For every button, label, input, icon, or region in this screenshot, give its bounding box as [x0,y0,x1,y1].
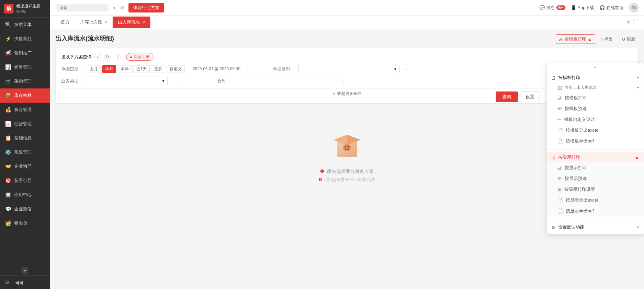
date-btn-last-month[interactable]: 上月 [87,65,101,73]
date-btn-custom[interactable]: 自定义 [167,65,185,73]
tab-home[interactable]: 首页 [55,16,75,28]
business-type-select[interactable]: ▾ [87,77,168,85]
tab-maximize-icon[interactable]: ⛶ [633,19,639,25]
cooperation-icon: 🤝 [5,163,11,170]
dropdown-item-template-print[interactable]: 🖨 按模板打印 [547,93,644,103]
search-dropdown-icon[interactable]: ▾ [113,5,116,10]
settings-button[interactable]: 设置 [521,91,539,102]
tab-close-all-icon[interactable]: ✕ [626,19,631,25]
sidebar-logo: 畅 畅捷通好生意 标准版 [0,0,50,18]
dropdown-item-display-print[interactable]: 🖨 按显示打印 [547,162,644,173]
tab-flow-close[interactable]: × [143,20,145,25]
app-download-button[interactable]: 📱 App下载 [571,5,594,11]
print-dropdown-chevron[interactable]: ▲ [588,37,592,42]
filter-tag-icon: ● [130,55,132,59]
system-icon: ⚙️ [5,149,11,156]
message-icon: 💬 [539,5,545,10]
sidebar-item-enterprise-wechat[interactable]: 💬 企业微信 [0,202,50,216]
date-buttons: 上月 本月 本年 近7天 更多 自定义 [87,65,185,73]
sidebar-scroll-down[interactable]: ▼ [22,267,28,274]
filter-tag-flow-detail[interactable]: ● 流水明细 [126,53,153,61]
default-section-arrow: ▾ [637,225,639,230]
sidebar-item-inventory[interactable]: 📦 库存核算 [0,88,50,103]
refresh-button[interactable]: ↺ 刷新 [619,34,639,44]
topbar-right: 💬 消息 99+ 📱 App下载 🎧 在线客服 Rit [539,3,639,12]
sidebar-item-basic[interactable]: 📋 基础信息 [0,131,50,145]
quick-nav-icon: ⚡ [5,35,11,42]
dropdown-item-template-preview[interactable]: 👁 按模板预览 [547,103,644,114]
template-section-arrow: ▾ [637,75,639,80]
template-pdf-icon: 📄 [557,138,563,144]
tab-batch-account-close[interactable]: × [105,19,108,24]
sidebar-item-quick-nav[interactable]: ⚡ 快捷导航 [0,32,50,46]
phone-icon: 📱 [571,5,576,10]
sidebar-item-system[interactable]: ⚙️ 系统管理 [0,145,50,159]
query-button[interactable]: 查询 [496,91,518,102]
filter-collapse-button[interactable]: 《 [115,54,119,60]
app-logo-text: 畅捷通好生意 标准版 [16,3,40,14]
settings-bottom-icon[interactable]: ⚙ [5,279,9,286]
warehouse-select[interactable]: ··· [243,77,344,85]
dropdown-template-header[interactable]: 🖨 按模板打印 ▾ [547,73,644,83]
date-btn-this-month[interactable]: 本月 [102,65,116,73]
sidebar-item-cooperation[interactable]: 🤝 企业协同 [0,159,50,174]
bill-type-more[interactable]: ··· [405,67,409,72]
search-icon: 🔍 [5,21,11,28]
dropdown-item-display-preview[interactable]: 👁 按显示预览 [547,173,644,184]
svg-point-5 [348,146,349,148]
dropdown-display-section: 🖨 按显示打印 ▲ 🖨 按显示打印 👁 按显示预览 ⚙ [547,150,644,218]
sales-icon: 📊 [5,64,11,71]
search-input[interactable] [55,4,109,11]
collapse-sidebar-icon[interactable]: ◀◀ [15,279,23,286]
dropdown-item-template-custom[interactable]: ✏ 模板自定义设计 [547,114,644,125]
industry-solution-button[interactable]: 体验行业方案 [128,3,164,12]
sidebar-item-member[interactable]: 👑 畅会员 [0,216,50,230]
export-button[interactable]: ↑ 导出 [598,34,616,44]
filter-add-button[interactable]: + [94,54,101,60]
filter-setting-button[interactable]: ⚙ [104,54,111,60]
sidebar-item-finance[interactable]: 💰 资金管理 [0,103,50,117]
dropdown-item-display-export-excel[interactable]: 📄 按显示导出excel [547,195,644,206]
guide-icon: 🎯 [5,177,11,184]
dropdown-display-header[interactable]: 🖨 按显示打印 ▲ [547,152,644,162]
message-badge: 99+ [556,5,565,10]
user-avatar[interactable]: Rit [629,3,639,12]
business-type-more[interactable]: ··· [174,78,178,83]
sidebar-item-marketing[interactable]: 📢 营销推广 [0,46,50,60]
date-btn-last-7-days[interactable]: 近7天 [133,65,150,73]
dropdown-item-template-export-pdf[interactable]: 📄 按模板导出pdf [547,136,644,147]
date-btn-this-year[interactable]: 本年 [118,65,132,73]
current-dropdown-arrow: ▾ [637,85,639,90]
sidebar-item-purchase[interactable]: 🛒 采购管理 [0,74,50,88]
sidebar-item-sales[interactable]: 📊 销售管理 [0,60,50,74]
date-range-display: 2023-06-01 至 2023-06-30 [193,66,240,72]
dropdown-item-display-print-settings[interactable]: ⚙ 按显示打印设置 [547,184,644,195]
template-preview-icon: 👁 [557,106,562,111]
sidebar-item-search[interactable]: 🔍 搜索菜单 [0,18,50,32]
collapse-up-icon: ∧ [332,91,336,96]
online-service-button[interactable]: 🎧 在线客服 [599,5,624,11]
bill-type-select[interactable]: ▾ [298,65,400,73]
app-center-icon: 🔲 [5,191,11,198]
date-btn-more[interactable]: 更多 [151,65,165,73]
enterprise-wechat-icon: 💬 [5,206,11,212]
query-action-area: 查询 设置 [496,91,539,102]
tab-flow[interactable]: 出入库流水 × [113,17,150,28]
warehouse-more[interactable]: ··· [337,78,341,83]
sidebar-item-app-center[interactable]: 🔲 应用中心 [0,188,50,202]
dropdown-item-template-export-excel[interactable]: 📄 按模板导出excel [547,125,644,136]
print-template-button[interactable]: 🖨 按模板打印 ▲ [556,34,595,44]
page-actions: 🖨 按模板打印 ▲ ↑ 导出 ↺ 刷新 [556,34,639,44]
sidebar-item-guide[interactable]: 🎯 新手引导 [0,174,50,188]
tab-batch-account[interactable]: 库存批次账 × [75,16,113,28]
svg-point-4 [345,146,346,148]
topbar: ▾ ⚙ 体验行业方案 💬 消息 99+ 📱 App下载 🎧 在线客服 Rit [50,0,644,16]
dropdown-default-header[interactable]: ⚙ 设置默认功能 ▾ [547,222,644,232]
settings-gear-icon[interactable]: ⚙ [120,4,124,11]
dropdown-item-display-export-pdf[interactable]: 📄 按显示导出pdf [547,206,644,216]
bill-type-label: 单据类型 [273,66,293,72]
filter-title: 按以下方案查询 [61,54,92,60]
message-button[interactable]: 💬 消息 99+ [539,5,565,11]
panel-scroll-up[interactable]: ▲ [547,63,644,71]
sidebar-item-operation[interactable]: 📈 经营管理 [0,117,50,131]
